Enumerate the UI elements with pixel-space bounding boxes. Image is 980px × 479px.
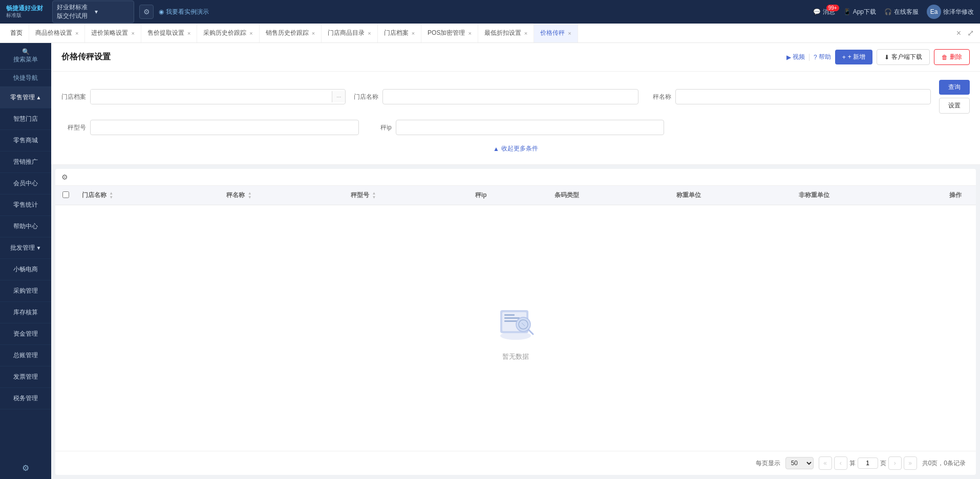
close-all-tabs-button[interactable]: × xyxy=(954,27,963,40)
sidebar-item-general-ledger[interactable]: 总账管理 xyxy=(0,345,51,366)
divider xyxy=(809,54,809,61)
collapse-button[interactable]: ▲ 收起更多条件 xyxy=(493,144,538,153)
store-name-input[interactable] xyxy=(382,89,638,104)
sidebar-item-smart-store[interactable]: 智慧门店 xyxy=(0,108,51,130)
sidebar-item-online-store[interactable]: 零售商城 xyxy=(0,130,51,151)
table-settings-icon[interactable]: ⚙ xyxy=(61,173,68,181)
sidebar-help-label: 帮助中心 xyxy=(13,223,38,230)
th-barcode-type: 条码类型 xyxy=(548,186,671,205)
app-download-button[interactable]: 📱 App下载 xyxy=(843,8,876,16)
scale-name-input[interactable] xyxy=(675,89,931,104)
th-operation: 操作 xyxy=(935,186,976,205)
store-name-label: 门店名称 xyxy=(354,93,378,101)
tab-store-profile[interactable]: 门店档案 × xyxy=(378,24,421,43)
close-icon[interactable]: × xyxy=(312,30,315,36)
scale-ip-input[interactable] xyxy=(396,120,665,135)
sidebar-item-invoice[interactable]: 发票管理 xyxy=(0,366,51,388)
scale-model-label: 秤型号 xyxy=(61,123,86,132)
page-title: 价格传秤设置 xyxy=(61,52,111,62)
close-icon[interactable]: × xyxy=(524,30,527,36)
close-icon[interactable]: × xyxy=(412,30,415,36)
sidebar-item-retail-stats[interactable]: 零售统计 xyxy=(0,194,51,216)
store-profile-input[interactable] xyxy=(91,89,332,104)
sidebar-invoice-label: 发票管理 xyxy=(13,373,38,380)
help-link[interactable]: ? 帮助 xyxy=(814,53,831,61)
demo-label: 我要看实例演示 xyxy=(166,8,209,16)
close-icon[interactable]: × xyxy=(568,30,571,36)
sidebar-item-ecommerce[interactable]: 小畅电商 xyxy=(0,259,51,280)
th-store-name[interactable]: 门店名称 ▲▼ xyxy=(76,186,220,205)
close-icon[interactable]: × xyxy=(368,30,371,36)
pagination-bar: 每页显示 50 10 20 100 « ‹ 算 页 › » 共0页，0条记录 xyxy=(55,451,976,475)
scale-ip-label: 秤ip xyxy=(367,123,392,132)
close-icon[interactable]: × xyxy=(75,30,78,36)
tab-price-setting[interactable]: 商品价格设置 × xyxy=(29,24,85,43)
close-icon[interactable]: × xyxy=(131,30,134,36)
delete-label: 删除 xyxy=(950,53,962,61)
sidebar-item-finance[interactable]: 资金管理 xyxy=(0,323,51,345)
add-button[interactable]: + + 新增 xyxy=(835,50,872,64)
select-all-checkbox[interactable] xyxy=(62,191,69,198)
delete-button[interactable]: 🗑 删除 xyxy=(934,49,970,65)
page-input[interactable] xyxy=(858,458,878,469)
tab-store-catalog-label: 门店商品目录 xyxy=(328,29,365,37)
th-scale-model[interactable]: 秤型号 ▲▼ xyxy=(345,186,469,205)
tab-sell-price[interactable]: 售价提取设置 × xyxy=(141,24,197,43)
prev-page-button[interactable]: ‹ xyxy=(834,456,847,470)
video-link[interactable]: ▶ 视频 xyxy=(786,53,805,61)
video-icon: ▶ xyxy=(786,54,791,61)
sidebar-quick-nav[interactable]: 快捷导航 xyxy=(0,70,51,87)
data-table: 门店名称 ▲▼ 秤名称 ▲▼ 秤型号 ▲▼ 秤ip xyxy=(55,186,976,205)
tab-store-profile-label: 门店档案 xyxy=(384,29,409,37)
scale-model-input[interactable] xyxy=(90,120,359,135)
filter-section: 门店档案 ··· 门店名称 秤名称 查询 xyxy=(51,72,980,165)
demo-button[interactable]: ◉ 我要看实例演示 xyxy=(159,8,209,16)
settings-button[interactable]: ⚙ xyxy=(139,5,154,19)
tab-purchase-strategy[interactable]: 进价策略设置 × xyxy=(85,24,141,43)
sidebar-item-marketing[interactable]: 营销推广 xyxy=(0,151,51,173)
tab-purchase-history[interactable]: 采购历史价跟踪 × xyxy=(197,24,259,43)
user-menu[interactable]: Ea 徐泽华修改 xyxy=(927,5,974,19)
sidebar-item-member[interactable]: 会员中心 xyxy=(0,173,51,194)
message-button[interactable]: 💬 消息 99+ xyxy=(813,8,835,16)
sidebar-item-retail[interactable]: 零售管理 ▲ xyxy=(0,87,51,108)
first-page-button[interactable]: « xyxy=(819,456,832,470)
download-button[interactable]: ⬇ 客户端下载 xyxy=(877,49,930,65)
collapse-row: ▲ 收起更多条件 xyxy=(61,141,970,156)
store-profile-dots-button[interactable]: ··· xyxy=(332,91,345,102)
phone-icon: 📱 xyxy=(843,8,851,15)
page-size-select[interactable]: 50 10 20 100 xyxy=(785,457,814,469)
sidebar: 🔍 搜索菜单 快捷导航 零售管理 ▲ 智慧门店 零售商城 营销推广 会员中心 零… xyxy=(0,43,51,479)
tab-home[interactable]: 首页 xyxy=(4,24,29,43)
online-service-button[interactable]: 🎧 在线客服 xyxy=(884,8,919,16)
tab-store-catalog[interactable]: 门店商品目录 × xyxy=(322,24,377,43)
video-label: 视频 xyxy=(793,53,805,61)
settings-label: 设置 xyxy=(948,101,961,110)
close-icon[interactable]: × xyxy=(468,30,471,36)
tab-sell-history[interactable]: 销售历史价跟踪 × xyxy=(260,24,322,43)
close-icon[interactable]: × xyxy=(249,30,252,36)
sidebar-item-inventory[interactable]: 库存核算 xyxy=(0,302,51,323)
close-icon[interactable]: × xyxy=(187,30,190,36)
query-button[interactable]: 查询 xyxy=(939,80,970,95)
sidebar-settings-button[interactable]: ⚙ xyxy=(0,457,51,479)
sidebar-search-label: 搜索菜单 xyxy=(13,56,38,63)
sidebar-item-tax[interactable]: 税务管理 xyxy=(0,388,51,409)
sidebar-inventory-label: 库存核算 xyxy=(13,309,38,316)
last-page-button[interactable]: » xyxy=(904,456,917,470)
tab-price-transfer[interactable]: 价格传秤 × xyxy=(534,24,578,43)
table-header-row: 门店名称 ▲▼ 秤名称 ▲▼ 秤型号 ▲▼ 秤ip xyxy=(55,186,976,205)
sidebar-search[interactable]: 🔍 搜索菜单 xyxy=(0,43,51,70)
sidebar-item-purchase[interactable]: 采购管理 xyxy=(0,280,51,302)
next-page-button[interactable]: › xyxy=(888,456,902,470)
tab-min-discount[interactable]: 最低折扣设置 × xyxy=(478,24,534,43)
version-select[interactable]: 好业财标准版交付试用 ▾ xyxy=(52,1,134,23)
sidebar-item-help[interactable]: 帮助中心 xyxy=(0,216,51,237)
settings-btn[interactable]: 设置 xyxy=(939,98,970,114)
filter-store-profile: 门店档案 ··· xyxy=(61,89,346,104)
download-label: 客户端下载 xyxy=(891,53,922,61)
sidebar-item-wholesale[interactable]: 批发管理 ▼ xyxy=(0,237,51,259)
tab-pos-manage[interactable]: POS加密管理 × xyxy=(421,24,478,43)
expand-tabs-button[interactable]: ⤢ xyxy=(965,26,976,40)
th-scale-name[interactable]: 秤名称 ▲▼ xyxy=(220,186,345,205)
